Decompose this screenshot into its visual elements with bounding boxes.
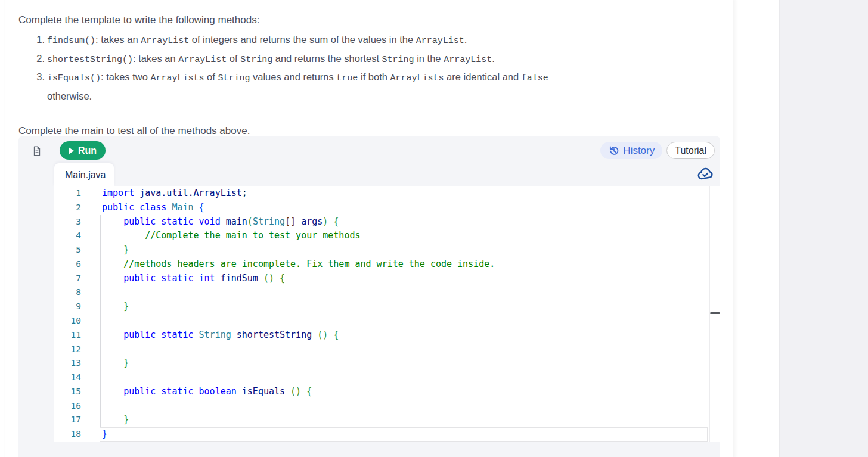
instruction-text: of [227,53,240,64]
code-line: 3 public static void main(String[] args)… [54,215,709,229]
line-number: 13 [54,356,81,371]
inline-code: String [218,73,250,83]
editor-right-gutter [709,186,721,442]
inline-code: ArrayList [178,55,227,65]
code-text: } [102,356,129,371]
code-line: 8 [54,285,709,300]
code-line: 14 [54,371,709,385]
code-line: 18} [54,427,709,442]
inline-code: true [336,73,358,83]
inline-code: ArrayLists [150,73,204,83]
inline-code: findsum() [47,36,95,46]
indent-guide [100,343,101,357]
code-text: //methods headers are incomplete. Fix th… [102,257,495,272]
indent-guide [100,356,101,371]
inline-code: shortestString() [47,55,133,65]
resize-handle[interactable] [710,312,720,314]
list-number: 2. [36,50,45,68]
instruction-text: of [204,71,218,82]
line-number: 16 [54,399,81,414]
indent-guide [100,285,101,300]
code-text: import java.util.ArrayList; [102,186,247,201]
code-line: 12 [54,343,709,357]
instruction-text: if both [358,71,390,82]
inline-code: ArrayList [444,55,492,65]
instruction-item: 3.isEquals(): takes two ArrayLists of St… [36,69,683,105]
inline-code: ArrayList [416,36,464,46]
instruction-text: : takes an [133,53,178,64]
code-text: } [102,413,129,427]
code-text: } [102,243,129,257]
instruction-text: : takes two [101,71,150,82]
code-line: 15 public static boolean isEquals () { [54,385,709,399]
history-icon [608,145,619,156]
code-line: 16 [54,399,709,414]
indent-guide [100,371,101,385]
code-area[interactable]: 1import java.util.ArrayList;2public clas… [54,186,709,442]
line-number: 9 [54,300,81,314]
run-label: Run [78,145,97,156]
line-number: 6 [54,257,81,272]
code-text: public static String shortestString () { [102,328,339,343]
indent-guide [100,215,101,229]
file-explorer-button[interactable] [29,142,45,160]
inline-code: String [382,55,414,65]
code-line: 5 } [54,243,709,257]
code-line: 11 public static String shortestString (… [54,328,709,343]
code-line: 10 [54,314,709,328]
cloud-saved-icon [696,166,714,181]
instruction-text: of integers and returns the sum of the v… [189,34,416,45]
history-button[interactable]: History [600,142,662,159]
inline-code: ArrayList [141,36,189,46]
code-text: } [102,427,107,442]
play-icon [69,147,74,154]
instruction-text: otherwise. [47,91,92,101]
instruction-item: 2.shortestString(): takes an ArrayList o… [36,50,683,69]
line-number: 15 [54,385,81,399]
code-text: } [102,300,129,314]
line-number: 10 [54,314,81,328]
run-button[interactable]: Run [60,141,106,160]
line-number: 17 [54,413,81,427]
code-line: 4 //Complete the main to test your metho… [54,229,709,243]
prompt-footer: Complete the main to test all of the met… [18,125,250,137]
code-text: public static boolean isEquals () { [102,385,312,399]
editor-tab-bar: Main.java [18,163,720,186]
code-line: 9 } [54,300,709,314]
inline-code: false [522,73,548,83]
indent-guide [100,300,101,314]
code-editor-widget: Run History Tutorial Main.java [18,136,720,457]
instruction-text: in the [414,53,444,64]
instruction-text: . [464,34,467,45]
line-number: 1 [54,186,81,201]
content-card: Complete the template to write the follo… [5,0,733,457]
list-number: 1. [36,31,45,49]
editor-toolbar: Run History Tutorial [18,136,720,163]
line-number: 7 [54,272,81,286]
indent-guide [100,229,101,243]
code-line: 6 //methods headers are incomplete. Fix … [54,257,709,272]
code-text: public static int findSum () { [102,272,285,286]
tab-main-java[interactable]: Main.java [54,163,114,186]
code-line: 7 public static int findSum () { [54,272,709,286]
line-number: 12 [54,343,81,357]
instruction-item: 1.findsum(): takes an ArrayList of integ… [36,31,683,50]
instruction-text: and returns the shortest [272,53,382,64]
history-label: History [623,145,655,157]
line-number: 3 [54,215,81,229]
indent-guide [100,257,101,272]
indent-guide [100,272,101,286]
code-line: 13 } [54,356,709,371]
indent-guide [100,399,101,414]
inline-code: String [240,55,272,65]
prompt-title: Complete the template to write the follo… [18,14,259,26]
instruction-text: are identical and [444,71,522,82]
instruction-text: : takes an [95,34,141,45]
line-number: 11 [54,328,81,343]
inline-code: isEquals() [47,73,101,83]
code-text: public static void main(String[] args) { [102,215,339,229]
instruction-list: 1.findsum(): takes an ArrayList of integ… [36,31,683,105]
tutorial-button[interactable]: Tutorial [666,142,715,159]
document-icon [33,143,41,159]
code-line: 1import java.util.ArrayList; [54,186,709,201]
